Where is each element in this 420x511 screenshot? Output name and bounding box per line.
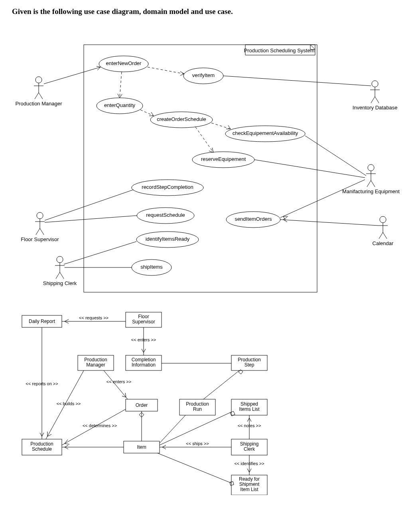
box-production-run: ProductionRun <box>179 399 215 415</box>
svg-text:<< determines >>: << determines >> <box>83 423 117 428</box>
actor-shipping-clerk: Shipping Clerk <box>43 256 77 286</box>
uc-recordStepCompletion: recordStepCompletion <box>132 180 203 196</box>
svg-line-22 <box>375 97 379 103</box>
uc-requestSchedule: requestSchedule <box>137 208 194 224</box>
svg-text:verifyItem: verifyItem <box>192 72 215 78</box>
svg-text:recordStepCompletion: recordStepCompletion <box>142 184 193 190</box>
svg-point-18 <box>372 81 378 87</box>
diagram-canvas: Production Scheduling System Production … <box>0 20 420 495</box>
svg-text:ShippedItems List: ShippedItems List <box>239 401 260 412</box>
svg-line-4 <box>39 93 43 99</box>
svg-text:Inventory Database: Inventory Database <box>353 105 398 111</box>
svg-point-0 <box>35 77 42 83</box>
svg-text:<< enters >>: << enters >> <box>106 379 131 384</box>
system-label: Production Scheduling System <box>244 48 314 53</box>
uc-enterQuantity: enterQuantity <box>97 98 143 114</box>
svg-text:<< requests >>: << requests >> <box>79 315 108 320</box>
actor-production-manager: Production Manager <box>15 77 62 107</box>
box-production-schedule: ProductionSchedule <box>22 439 62 455</box>
actor-floor-supervisor: Floor Supervisor <box>21 212 59 242</box>
svg-text:identifyItemsReady: identifyItemsReady <box>146 236 190 242</box>
svg-text:Daily Report: Daily Report <box>29 319 55 324</box>
svg-line-21 <box>371 97 375 103</box>
svg-line-27 <box>367 180 371 187</box>
svg-line-10 <box>40 228 44 235</box>
svg-text:Calendar: Calendar <box>373 240 394 246</box>
svg-text:<< enters >>: << enters >> <box>131 337 156 342</box>
svg-point-12 <box>57 256 63 263</box>
svg-text:Item: Item <box>137 444 146 450</box>
uc-reserveEquipment: reserveEquipement <box>192 152 254 168</box>
svg-line-33 <box>379 232 383 239</box>
svg-text:Production Manager: Production Manager <box>15 101 62 107</box>
diagram-svg: Production Scheduling System Production … <box>0 20 420 495</box>
svg-text:ProductionManager: ProductionManager <box>84 357 107 368</box>
svg-point-24 <box>368 164 374 171</box>
svg-text:<< identifies >>: << identifies >> <box>234 461 264 466</box>
svg-text:enterQuantity: enterQuantity <box>104 102 136 108</box>
svg-text:Shipping Clerk: Shipping Clerk <box>43 280 77 286</box>
svg-text:<< ships >>: << ships >> <box>186 441 209 446</box>
uc-createOrderSchedule: createOrderSchedule <box>150 112 213 128</box>
svg-text:sendItemOrders: sendItemOrders <box>235 216 272 222</box>
svg-line-115 <box>158 453 231 483</box>
svg-text:CompletionInformation: CompletionInformation <box>132 357 156 368</box>
svg-line-108 <box>203 370 239 399</box>
box-production-manager: ProductionManager <box>78 355 114 370</box>
usecase-diagram: Production Scheduling System Production … <box>15 45 400 292</box>
box-shipped-items: ShippedItems List <box>231 399 267 415</box>
svg-text:reserveEquipement: reserveEquipement <box>201 156 246 162</box>
box-ready-shipment: Ready forShipmentItem List <box>231 475 267 495</box>
svg-point-30 <box>380 216 386 223</box>
svg-line-103 <box>104 370 128 399</box>
actor-manufacturing-equipment: Manifacturing Equipment <box>342 164 400 194</box>
svg-line-9 <box>36 228 40 235</box>
svg-text:<< reports on >>: << reports on >> <box>26 381 58 386</box>
svg-text:Floor Supervisor: Floor Supervisor <box>21 236 59 242</box>
actor-calendar: Calendar <box>373 216 394 246</box>
svg-text:ProductionSchedule: ProductionSchedule <box>30 441 53 452</box>
svg-text:Order: Order <box>136 402 148 408</box>
svg-line-28 <box>371 180 375 187</box>
svg-line-15 <box>56 272 60 279</box>
svg-line-3 <box>35 93 39 99</box>
svg-line-114 <box>160 412 231 445</box>
uc-enterNewOrder: enterNewOrder <box>99 56 148 72</box>
box-item: Item <box>124 441 160 453</box>
box-floor-supervisor: FloorSupervisor <box>126 312 162 327</box>
uc-sendItemOrders: sendItemOrders <box>226 212 280 228</box>
box-daily-report: Daily Report <box>22 315 62 327</box>
svg-text:<< builds >>: << builds >> <box>57 401 81 406</box>
svg-text:checkEquipementAvailability: checkEquipementAvailability <box>233 130 298 136</box>
svg-text:Ready forShipmentItem List: Ready forShipmentItem List <box>239 476 260 492</box>
uc-shipItems: shipItems <box>132 259 172 275</box>
box-shipping-clerk: ShippingClerk <box>231 439 267 455</box>
svg-text:requestSchedule: requestSchedule <box>146 212 185 218</box>
svg-point-6 <box>37 212 43 219</box>
svg-text:shipItems: shipItems <box>140 264 163 270</box>
svg-text:createOrderSchedule: createOrderSchedule <box>157 116 206 122</box>
svg-text:<< notes >>: << notes >> <box>238 423 261 428</box>
box-production-step: ProductionStep <box>231 355 267 370</box>
uc-identifyItemsReady: identifyItemsReady <box>136 232 199 248</box>
box-completion-info: CompletionInformation <box>126 355 162 370</box>
uc-checkEquipAvail: checkEquipementAvailability <box>225 126 305 142</box>
page-heading: Given is the following use case diagram,… <box>0 0 420 20</box>
uc-verifyItem: verifyItem <box>183 68 223 84</box>
svg-line-34 <box>383 232 387 239</box>
svg-line-16 <box>60 272 64 279</box>
svg-text:Manifacturing Equipment: Manifacturing Equipment <box>342 188 400 194</box>
domain-model: Daily Report FloorSupervisor ProductionM… <box>22 312 267 495</box>
svg-text:enterNewOrder: enterNewOrder <box>106 60 142 66</box>
box-order: Order <box>126 399 158 411</box>
